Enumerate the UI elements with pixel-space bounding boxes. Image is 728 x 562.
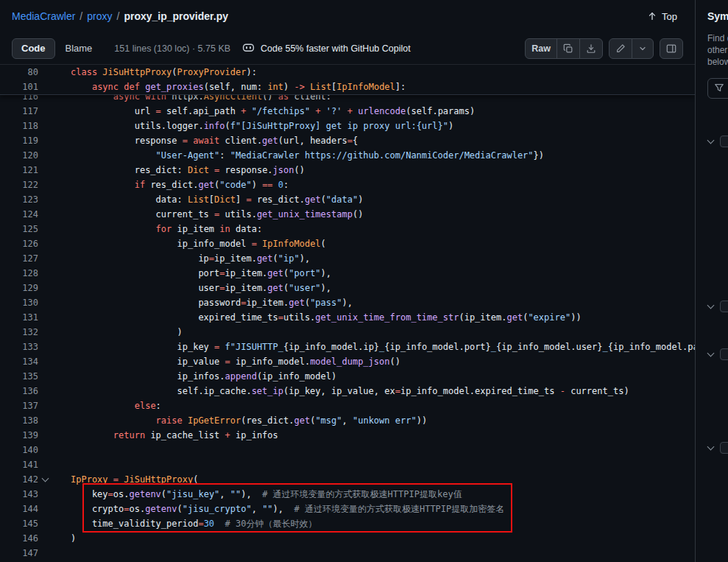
code-text: current_ts = utils.get_unix_timestamp() [71, 207, 363, 222]
line-number[interactable]: 124 [0, 207, 38, 222]
fold-gutter [38, 178, 52, 192]
copy-button[interactable] [556, 38, 580, 59]
fold-gutter [38, 457, 52, 472]
symbol-group-toggle[interactable] [708, 442, 728, 454]
code-line: 145 time_validity_period=30 # 30分钟（最长时效） [0, 516, 695, 531]
line-number[interactable]: 140 [0, 443, 38, 457]
fold-gutter [38, 384, 52, 398]
line-number[interactable]: 134 [0, 354, 38, 369]
fold-gutter [38, 207, 52, 222]
code-line: 136 self.ip_cache.set_ip(ip_key, ip_valu… [0, 384, 695, 398]
fold-gutter [38, 340, 52, 354]
code-text: else: [71, 398, 161, 413]
line-number[interactable]: 131 [0, 310, 38, 325]
line-number[interactable]: 133 [0, 340, 38, 354]
code-text: ip_infos.append(ip_info_model) [71, 369, 336, 384]
tab-code[interactable]: Code [12, 38, 55, 59]
code-line: 142IpProxy = JiSuHttpProxy( [0, 472, 695, 487]
line-number[interactable]: 126 [0, 236, 38, 251]
line-number[interactable]: 141 [0, 457, 38, 472]
code-line: 126 ip_info_model = IpInfoModel( [0, 236, 695, 251]
line-number[interactable]: 122 [0, 178, 38, 192]
line-number[interactable]: 138 [0, 413, 38, 428]
code-text: async with httpx.AsyncClient() as client… [71, 95, 331, 104]
symbols-panel-description: Find definitions and references for func… [707, 32, 728, 68]
line-number[interactable]: 136 [0, 384, 38, 398]
fold-gutter [38, 95, 52, 104]
line-number[interactable]: 119 [0, 133, 38, 148]
code-text: ip_info_model = IpInfoModel( [71, 236, 326, 251]
line-number[interactable]: 117 [0, 104, 38, 119]
code-text: port=ip_item.get("port"), [71, 266, 331, 281]
line-number[interactable]: 137 [0, 398, 38, 413]
fold-gutter [38, 236, 52, 251]
code-line: 127 ip=ip_item.get("ip"), [0, 251, 695, 266]
fold-gutter [38, 65, 52, 80]
code-text: url = self.api_path + "/fetchips" + '?' … [71, 104, 475, 119]
code-text: ip=ip_item.get("ip"), [71, 251, 310, 266]
line-number[interactable]: 129 [0, 281, 38, 295]
tab-blame[interactable]: Blame [55, 38, 103, 59]
code-line: 140 [0, 443, 695, 457]
code-text: class JiSuHttpProxy(ProxyProvider): [71, 65, 257, 80]
line-number[interactable]: 146 [0, 531, 38, 546]
description-line: below or in the code. [707, 56, 728, 68]
line-number[interactable]: 139 [0, 428, 38, 443]
code-text: raise IpGetError(res_dict.get("msg", "un… [71, 413, 427, 428]
fold-gutter [38, 398, 52, 413]
code-text: ) [71, 325, 183, 340]
chevron-down-icon [707, 302, 715, 309]
line-number[interactable]: 145 [0, 516, 38, 531]
scroll-to-top-button[interactable]: Top [641, 8, 683, 25]
edit-button[interactable] [609, 38, 632, 59]
fold-gutter [38, 428, 52, 443]
copilot-banner[interactable]: Code 55% faster with GitHub Copilot [242, 41, 411, 56]
chevron-down-icon [707, 350, 715, 357]
line-number[interactable]: 118 [0, 119, 38, 133]
edit-dropdown-button[interactable] [632, 38, 654, 59]
line-number[interactable]: 116 [0, 95, 38, 104]
line-number[interactable]: 143 [0, 487, 38, 502]
symbol-group-toggle[interactable] [708, 301, 728, 312]
download-button[interactable] [579, 38, 603, 59]
code-line: 116 async with httpx.AsyncClient() as cl… [0, 95, 695, 104]
symbol-group-toggle[interactable] [708, 348, 728, 360]
symbols-panel-icon [666, 43, 676, 54]
line-number[interactable]: 132 [0, 325, 38, 340]
breadcrumb-folder-link[interactable]: proxy [87, 10, 112, 22]
symbol-group-toggle[interactable] [708, 136, 728, 147]
breadcrumb: MediaCrawler / proxy / proxy_ip_provider… [12, 10, 228, 22]
sticky-scope-lines: 80class JiSuHttpProxy(ProxyProvider):101… [0, 65, 695, 95]
raw-button[interactable]: Raw [525, 38, 557, 59]
code-line: 138 raise IpGetError(res_dict.get("msg",… [0, 413, 695, 428]
chevron-down-icon [707, 137, 715, 144]
raw-actions-group: Raw [525, 38, 603, 59]
code-line: 134 ip_value = ip_info_model.model_dump_… [0, 354, 695, 369]
line-number[interactable]: 121 [0, 163, 38, 178]
line-number[interactable]: 127 [0, 251, 38, 266]
fold-gutter [38, 295, 52, 310]
line-number[interactable]: 135 [0, 369, 38, 384]
line-number[interactable]: 123 [0, 192, 38, 207]
line-number[interactable]: 80 [0, 65, 38, 80]
line-number[interactable]: 125 [0, 222, 38, 236]
symbols-panel-toggle-button[interactable] [660, 38, 683, 59]
line-number[interactable]: 120 [0, 148, 38, 163]
line-number[interactable]: 144 [0, 502, 38, 516]
line-number[interactable]: 101 [0, 80, 38, 94]
line-number[interactable]: 147 [0, 546, 38, 561]
code-text: self.ip_cache.set_ip(ip_key, ip_value, e… [71, 384, 629, 398]
fold-gutter [38, 502, 52, 516]
fold-toggle[interactable] [38, 472, 52, 487]
fold-gutter [38, 148, 52, 163]
code-text: response = await client.get(url, headers… [71, 133, 358, 148]
line-number[interactable]: 142 [0, 472, 38, 487]
symbols-filter-input[interactable] [707, 78, 728, 99]
code-text: crypto=os.getenv("jisu_crypto", ""), # 通… [71, 502, 504, 516]
code-text: ) [71, 531, 76, 546]
code-text: "User-Agent": "MediaCrawler https://gith… [71, 148, 544, 163]
line-number[interactable]: 130 [0, 295, 38, 310]
line-number[interactable]: 128 [0, 266, 38, 281]
copilot-banner-text: Code 55% faster with GitHub Copilot [261, 43, 411, 54]
breadcrumb-repo-link[interactable]: MediaCrawler [12, 10, 75, 22]
